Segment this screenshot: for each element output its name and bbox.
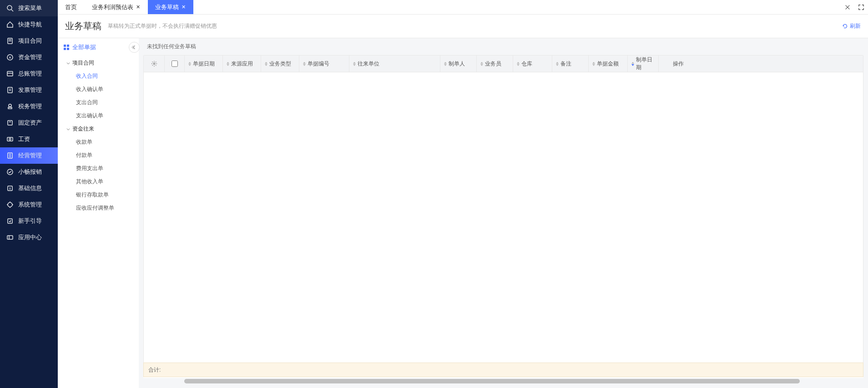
refresh-icon: [842, 23, 848, 29]
svg-rect-14: [8, 121, 12, 125]
sidebar-item-asset[interactable]: 固定资产: [0, 115, 58, 131]
tab-business-draft[interactable]: 业务草稿 ✕: [148, 0, 193, 14]
column-settings-button[interactable]: [144, 55, 165, 72]
chevron-down-icon: [66, 127, 71, 131]
svg-text:¥: ¥: [9, 55, 11, 60]
page-subtitle: 草稿转为正式单据时，不会执行满赠促销优惠: [108, 22, 217, 30]
tab-home[interactable]: 首页: [58, 0, 85, 14]
sidebar-item-system[interactable]: 系统管理: [0, 197, 58, 213]
sort-icon: [480, 62, 483, 66]
gear-icon: [151, 60, 157, 67]
tree-leaf-other-income[interactable]: 其他收入单: [58, 175, 139, 188]
sidebar-item-label: 快捷导航: [18, 20, 42, 29]
sidebar-item-contract[interactable]: 项目合同: [0, 33, 58, 49]
tree-group-contract[interactable]: 项目合同: [58, 56, 139, 70]
sidebar-item-business[interactable]: 经营管理: [0, 147, 58, 164]
sidebar-item-salary[interactable]: 工资: [0, 131, 58, 147]
sidebar-item-invoice[interactable]: 发票管理: [0, 82, 58, 98]
page-title: 业务草稿: [65, 20, 101, 32]
th-amount[interactable]: 单据金额: [589, 55, 628, 72]
sidebar-item-label: 工资: [18, 135, 30, 143]
sidebar-item-label: 固定资产: [18, 119, 42, 127]
tree-collapse-button[interactable]: [129, 42, 140, 53]
tree-leaf-payment[interactable]: 付款单: [58, 149, 139, 162]
th-party[interactable]: 往来单位: [349, 55, 440, 72]
asset-icon: [6, 119, 14, 126]
tree-group-label: 项目合同: [72, 59, 94, 67]
money-icon: ¥: [6, 54, 14, 61]
tree-leaf-bank-deposit[interactable]: 银行存取款单: [58, 188, 139, 202]
business-icon: [6, 152, 14, 159]
sidebar-item-apps[interactable]: 应用中心: [0, 229, 58, 246]
th-doc-date[interactable]: 单据日期: [185, 55, 223, 72]
sidebar-item-baseinfo[interactable]: 基础信息: [0, 180, 58, 197]
th-doc-no[interactable]: 单据编号: [299, 55, 349, 72]
svg-rect-38: [67, 48, 69, 50]
th-source-app[interactable]: 来源应用: [223, 55, 261, 72]
fullscreen-button[interactable]: [854, 0, 868, 14]
sidebar-item-label: 经营管理: [18, 151, 42, 160]
th-biz-type[interactable]: 业务类型: [261, 55, 299, 72]
table-area: 未找到任何业务草稿 单据日期: [139, 38, 868, 388]
tree-leaf-receipt[interactable]: 收款单: [58, 136, 139, 149]
tree-leaf-ar-ap-adjust[interactable]: 应收应付调整单: [58, 202, 139, 215]
svg-point-12: [9, 104, 11, 107]
sort-icon: [303, 62, 306, 66]
sidebar-item-funds[interactable]: ¥ 资金管理: [0, 49, 58, 66]
chevron-left-icon: [131, 45, 137, 50]
sidebar-item-label: 小畅报销: [18, 168, 42, 176]
system-icon: [6, 201, 14, 208]
sidebar-item-label: 基础信息: [18, 184, 42, 192]
close-icon[interactable]: ✕: [136, 4, 140, 10]
sidebar-item-guide[interactable]: 新手引导: [0, 213, 58, 229]
scrollbar-thumb[interactable]: [184, 379, 800, 383]
tab-label: 业务草稿: [155, 3, 179, 11]
svg-rect-30: [8, 219, 12, 223]
sidebar-item-label: 新手引导: [18, 217, 42, 225]
th-checkbox[interactable]: [165, 55, 185, 72]
refresh-button[interactable]: 刷新: [842, 22, 861, 30]
sidebar-item-label: 项目合同: [18, 37, 42, 45]
apps-icon: [6, 234, 14, 241]
th-maker[interactable]: 制单人: [440, 55, 477, 72]
th-warehouse[interactable]: 仓库: [513, 55, 552, 72]
th-note[interactable]: 备注: [552, 55, 589, 72]
sidebar-item-quicknav[interactable]: 快捷导航: [0, 16, 58, 33]
svg-line-1: [11, 10, 13, 11]
sidebar-item-ledger[interactable]: 总账管理: [0, 66, 58, 82]
sidebar-item-reimburse[interactable]: 小畅报销: [0, 164, 58, 180]
svg-point-25: [8, 202, 12, 207]
svg-rect-13: [8, 107, 12, 109]
tab-profit-estimate[interactable]: 业务利润预估表 ✕: [85, 0, 148, 14]
select-all-checkbox[interactable]: [172, 60, 178, 67]
th-sales[interactable]: 业务员: [477, 55, 513, 72]
sort-icon: [353, 62, 356, 66]
tab-label: 首页: [65, 3, 77, 11]
sidebar-item-label: 系统管理: [18, 201, 42, 209]
svg-rect-7: [7, 71, 13, 76]
reimburse-icon: [6, 168, 14, 176]
table-body: [143, 72, 863, 363]
table-footer: 合计:: [143, 363, 863, 377]
table-header: 单据日期 来源应用 业务类型 单据编号: [143, 55, 863, 72]
sort-icon: [227, 62, 229, 66]
sort-icon: [631, 62, 634, 66]
tree-leaf-expense[interactable]: 费用支出单: [58, 162, 139, 175]
sort-icon: [517, 62, 520, 66]
svg-point-39: [153, 63, 155, 65]
tree-leaf-income-confirm[interactable]: 收入确认单: [58, 83, 139, 96]
sidebar-item-tax[interactable]: 税务管理: [0, 98, 58, 115]
close-icon[interactable]: ✕: [182, 4, 186, 10]
chevron-down-icon: [66, 61, 71, 66]
tree-leaf-income-contract[interactable]: 收入合同: [58, 70, 139, 83]
tabs-close-all-button[interactable]: [841, 0, 854, 14]
tree-leaf-expense-confirm[interactable]: 支出确认单: [58, 109, 139, 122]
th-make-date[interactable]: 制单日期: [628, 55, 659, 72]
tree-all-docs[interactable]: 全部单据: [58, 38, 139, 56]
sort-icon: [265, 62, 267, 66]
tree-group-funds[interactable]: 资金往来: [58, 122, 139, 136]
sort-icon: [592, 62, 595, 66]
sidebar-item-search[interactable]: 搜索菜单: [0, 0, 58, 16]
tree-leaf-expense-contract[interactable]: 支出合同: [58, 96, 139, 109]
horizontal-scrollbar[interactable]: [143, 378, 863, 384]
